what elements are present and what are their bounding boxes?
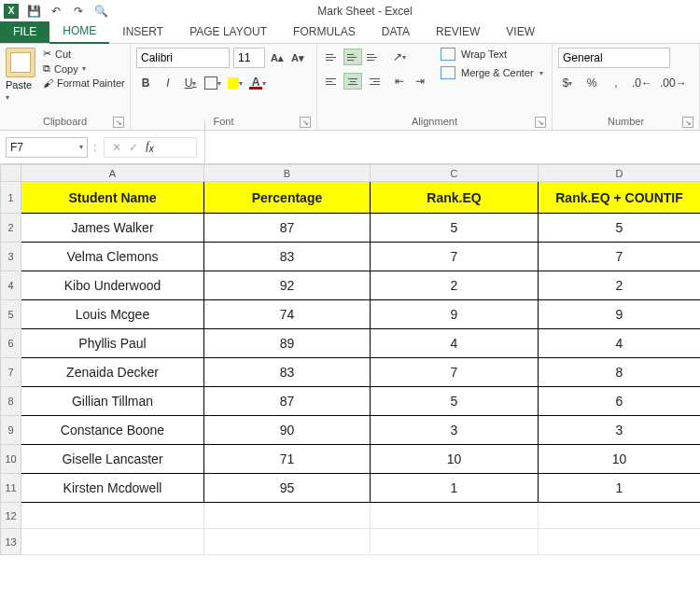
cell-student-name[interactable]: Kibo Underwood bbox=[21, 271, 204, 300]
cell[interactable] bbox=[539, 529, 701, 555]
save-icon[interactable]: 💾 bbox=[26, 4, 41, 19]
cell-student-name[interactable]: Zenaida Decker bbox=[21, 358, 204, 387]
row-header[interactable]: 10 bbox=[1, 445, 21, 474]
align-bottom-button[interactable] bbox=[364, 49, 383, 65]
name-box[interactable]: F7▾ bbox=[6, 137, 88, 158]
row-header[interactable]: 7 bbox=[1, 358, 21, 387]
row-header[interactable]: 12 bbox=[1, 503, 21, 529]
cell-percentage[interactable]: 83 bbox=[204, 243, 371, 271]
font-color-button[interactable]: A bbox=[248, 74, 267, 92]
row-header[interactable]: 8 bbox=[1, 387, 21, 416]
cell-rank-countif[interactable]: 3 bbox=[539, 416, 701, 445]
cell-student-name[interactable]: James Walker bbox=[21, 214, 204, 243]
undo-icon[interactable]: ↶ bbox=[49, 4, 63, 19]
align-right-button[interactable] bbox=[364, 73, 383, 90]
cell-rank-eq[interactable]: 7 bbox=[371, 358, 539, 387]
accounting-format-button[interactable]: $ bbox=[558, 74, 577, 92]
tab-home[interactable]: HOME bbox=[49, 21, 109, 44]
align-center-button[interactable] bbox=[343, 73, 362, 90]
align-middle-button[interactable] bbox=[343, 49, 362, 65]
cell-rank-eq[interactable]: 10 bbox=[371, 445, 539, 474]
number-dialog-launcher[interactable]: ↘ bbox=[682, 117, 693, 128]
comma-format-button[interactable]: , bbox=[607, 74, 625, 92]
cell[interactable] bbox=[21, 503, 204, 529]
cell-rank-countif[interactable]: 1 bbox=[539, 474, 701, 503]
cell-percentage[interactable]: 95 bbox=[204, 474, 371, 503]
paste-button[interactable]: Paste bbox=[6, 46, 35, 102]
font-name-select[interactable] bbox=[136, 48, 230, 68]
cell-student-name[interactable]: Velma Clemons bbox=[21, 243, 204, 271]
cell-percentage[interactable]: 87 bbox=[204, 214, 371, 243]
row-header[interactable]: 9 bbox=[1, 416, 21, 445]
row-header[interactable]: 6 bbox=[1, 329, 21, 358]
cell[interactable] bbox=[371, 503, 539, 529]
cell-rank-countif[interactable]: 6 bbox=[539, 387, 701, 416]
merge-center-button[interactable]: Merge & Center bbox=[441, 66, 543, 79]
row-header[interactable]: 13 bbox=[1, 529, 21, 555]
cell-rank-countif[interactable]: 5 bbox=[539, 214, 701, 243]
cell-student-name[interactable]: Phyllis Paul bbox=[21, 329, 204, 358]
cell-percentage[interactable]: 83 bbox=[204, 358, 371, 387]
print-preview-icon[interactable]: 🔍 bbox=[93, 4, 108, 19]
cell-student-name[interactable]: Constance Boone bbox=[21, 416, 204, 445]
clipboard-dialog-launcher[interactable]: ↘ bbox=[113, 117, 124, 128]
bold-button[interactable]: B bbox=[136, 74, 155, 92]
cell-student-name[interactable]: Gillian Tillman bbox=[21, 387, 204, 416]
row-header[interactable]: 3 bbox=[1, 243, 21, 271]
cell-percentage[interactable]: 92 bbox=[204, 271, 371, 300]
alignment-dialog-launcher[interactable]: ↘ bbox=[535, 117, 546, 128]
cell-rank-countif[interactable]: 4 bbox=[539, 329, 701, 358]
cell-rank-countif[interactable]: 9 bbox=[539, 300, 701, 329]
cell-percentage[interactable]: 71 bbox=[204, 445, 371, 474]
cell-student-name[interactable]: Louis Mcgee bbox=[21, 300, 204, 329]
tab-view[interactable]: VIEW bbox=[493, 21, 548, 43]
cell[interactable] bbox=[21, 529, 204, 555]
italic-button[interactable]: I bbox=[159, 74, 177, 92]
format-painter-button[interactable]: Format Painter bbox=[43, 77, 125, 89]
orientation-button[interactable]: ↗ bbox=[390, 48, 409, 66]
redo-icon[interactable]: ↷ bbox=[71, 4, 86, 19]
enter-icon[interactable]: ✓ bbox=[129, 141, 138, 154]
cancel-icon[interactable]: ✕ bbox=[112, 141, 121, 154]
cell-percentage[interactable]: 74 bbox=[204, 300, 371, 329]
header-cell[interactable]: Student Name bbox=[21, 182, 204, 214]
cell-rank-eq[interactable]: 4 bbox=[371, 329, 539, 358]
tab-page-layout[interactable]: PAGE LAYOUT bbox=[176, 21, 280, 43]
wrap-text-button[interactable]: Wrap Text bbox=[441, 48, 543, 61]
cell[interactable] bbox=[539, 503, 701, 529]
decrease-indent-button[interactable]: ⇤ bbox=[390, 72, 409, 90]
increase-indent-button[interactable]: ⇥ bbox=[411, 72, 429, 90]
align-top-button[interactable] bbox=[323, 49, 342, 65]
tab-review[interactable]: REVIEW bbox=[423, 21, 493, 43]
cell-rank-countif[interactable]: 7 bbox=[539, 243, 701, 271]
cell-rank-eq[interactable]: 3 bbox=[371, 416, 539, 445]
select-all-corner[interactable] bbox=[1, 165, 21, 182]
header-cell[interactable]: Rank.EQ bbox=[371, 182, 539, 214]
col-header-b[interactable]: B bbox=[204, 165, 371, 182]
cell-percentage[interactable]: 89 bbox=[204, 329, 371, 358]
cell-student-name[interactable]: Giselle Lancaster bbox=[21, 445, 204, 474]
worksheet-grid[interactable]: A B C D 1 Student Name Percentage Rank.E… bbox=[0, 164, 700, 555]
row-header[interactable]: 1 bbox=[1, 182, 21, 214]
borders-button[interactable] bbox=[203, 74, 222, 92]
copy-button[interactable]: Copy bbox=[43, 62, 125, 75]
header-cell[interactable]: Rank.EQ + COUNTIF bbox=[539, 182, 701, 214]
underline-button[interactable]: U bbox=[181, 74, 200, 92]
align-left-button[interactable] bbox=[323, 73, 342, 90]
fx-icon[interactable]: fx bbox=[146, 139, 153, 154]
col-header-d[interactable]: D bbox=[539, 165, 701, 182]
cell-rank-eq[interactable]: 1 bbox=[371, 474, 539, 503]
cell-percentage[interactable]: 90 bbox=[204, 416, 371, 445]
cell-percentage[interactable]: 87 bbox=[204, 387, 371, 416]
row-header[interactable]: 11 bbox=[1, 474, 21, 503]
cut-button[interactable]: Cut bbox=[43, 48, 125, 60]
cell-rank-countif[interactable]: 2 bbox=[539, 271, 701, 300]
cell-rank-eq[interactable]: 5 bbox=[371, 387, 539, 416]
cell-rank-eq[interactable]: 5 bbox=[371, 214, 539, 243]
number-format-select[interactable] bbox=[558, 48, 670, 68]
tab-data[interactable]: DATA bbox=[369, 21, 423, 43]
cell[interactable] bbox=[204, 529, 371, 555]
cell-rank-countif[interactable]: 10 bbox=[539, 445, 701, 474]
fill-color-button[interactable] bbox=[226, 74, 245, 92]
percent-format-button[interactable]: % bbox=[582, 74, 601, 92]
